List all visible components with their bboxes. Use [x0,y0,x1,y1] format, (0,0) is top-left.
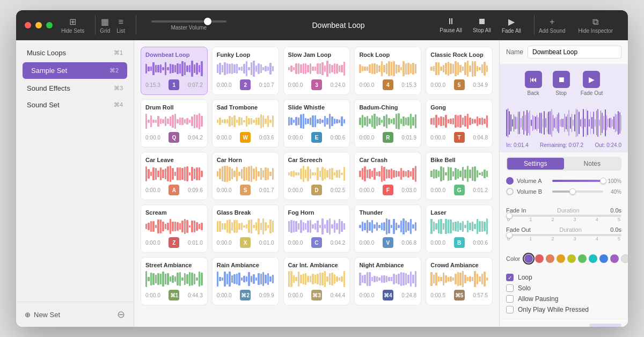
solo-label: Solo [518,284,531,292]
waveform-times: In: 0:01.4 Remaining: 0:07.2 Out: 0:24.0 [500,141,628,152]
sound-card[interactable]: Drum Roll 0:00.0 Q 0:04.2 [141,99,208,148]
sound-card[interactable]: Scream 0:00.0 Z 0:01.0 [141,204,208,253]
sound-grid: Downbeat Loop 0:15.3 1 0:07.2 Funky Loop… [134,40,499,327]
add-sound-button[interactable]: + Add Sound [539,17,566,34]
volume-a-radio[interactable] [506,177,514,185]
hide-sets-icon: ⊞ [69,17,76,27]
volume-b-radio[interactable] [506,188,514,195]
hide-inspector-button[interactable]: ⧉ Hide Inspector [579,17,613,34]
color-dot[interactable] [567,254,576,263]
allow-pausing-row: Allow Pausing [506,295,621,303]
card-waveform [430,60,488,77]
card-key: A [169,185,179,195]
pause-all-button[interactable]: ⏸ Pause All [440,17,462,34]
color-dot[interactable] [578,254,587,263]
card-time: 0:00.0 [145,135,160,141]
sidebar-item-sound-effects[interactable]: Sound Effects ⌘3 [18,80,131,97]
sidebar-item-sound-set[interactable]: Sound Set ⌘4 [18,97,131,113]
color-dot[interactable] [535,254,544,263]
sidebar-item-sample-set[interactable]: Sample Set ⌘2 [23,62,127,79]
card-title: Drum Roll [145,104,203,111]
volume-b-label: Volume B [517,188,549,195]
sound-card[interactable]: Street Ambiance 0:00.0 ⌘1 0:44.3 [141,257,208,305]
only-play-checkbox[interactable] [506,306,514,313]
allow-pausing-checkbox[interactable] [506,295,514,303]
card-waveform [217,113,274,130]
back-button[interactable]: ⏮ Back [525,71,542,96]
sound-card[interactable]: Rain Ambiance 0:00.0 ⌘2 0:09.9 [212,257,279,305]
close-button[interactable] [25,22,31,28]
remove-set-icon[interactable]: ⊖ [117,309,125,320]
card-footer: 0:00.0 T 0:04.8 [430,132,488,143]
sound-card[interactable]: Laser 0:00.0 B 0:00.6 [426,204,493,253]
sound-card[interactable]: Funky Loop 0:00.0 2 0:10.7 [212,47,279,95]
notes-tab[interactable]: Notes [564,158,621,170]
sound-card[interactable]: Classic Rock Loop 0:00.0 5 0:34.9 [426,47,493,95]
list-button[interactable]: ≡ List [116,17,125,34]
loop-checkbox[interactable]: ✓ [506,274,514,281]
color-dot[interactable] [621,254,628,263]
card-duration: 0:44.3 [188,292,203,298]
sound-card[interactable]: Car Crash 0:00.0 F 0:03.0 [354,152,421,200]
sound-card[interactable]: Fog Horn 0:00.0 C 0:04.2 [283,204,350,253]
card-title: Badum-Ching [359,104,416,111]
replace-button[interactable]: Replace [589,324,621,327]
grid-button[interactable]: ▦ Grid [100,17,110,34]
sound-card[interactable]: Car Leave 0:00.0 A 0:09.6 [141,152,208,200]
sound-card[interactable]: Car Horn 0:00.0 S 0:01.7 [212,152,279,200]
card-key: B [454,237,465,248]
master-volume-slider[interactable] [151,20,226,23]
card-title: Night Ambiance [359,262,416,268]
back-icon: ⏮ [525,71,542,88]
volume-a-slider[interactable] [552,180,603,182]
card-footer: 0:00.0 R 0:01.9 [359,132,416,143]
sound-card[interactable]: Sad Trombone 0:00.0 W 0:03.6 [212,99,279,148]
color-dot[interactable] [610,254,619,263]
stop-all-button[interactable]: ⏹ Stop All [473,17,491,34]
sound-card[interactable]: Night Ambiance 0:00.0 ⌘4 0:24.8 [354,257,421,305]
sidebar-item-music-loops[interactable]: Music Loops ⌘1 [18,45,131,61]
sound-card[interactable]: Badum-Ching 0:00.0 R 0:01.9 [354,99,421,148]
pause-icon: ⏸ [447,17,455,26]
card-duration: 0:02.5 [331,187,346,193]
solo-checkbox[interactable] [506,284,514,292]
zoom-button[interactable] [46,22,53,28]
inspector-name-row: Name [500,40,628,64]
fade-out-slider[interactable] [506,234,621,236]
volume-b-slider[interactable] [552,191,603,193]
sound-card[interactable]: Glass Break 0:00.0 X 0:01.0 [212,204,279,253]
card-time: 0:00.0 [217,292,232,298]
sound-card[interactable]: Rock Loop 0:00.0 4 0:15.3 [354,47,421,95]
sound-card[interactable]: Slow Jam Loop 0:00.0 3 0:24.0 [283,47,350,95]
sound-card[interactable]: Bike Bell 0:00.0 G 0:01.2 [426,152,493,200]
sound-card[interactable]: Thunder 0:00.0 V 0:06.8 [354,204,421,253]
app-window: ⊞ Hide Sets ▦ Grid ≡ List Master Volume … [16,10,628,327]
minimize-button[interactable] [35,22,42,28]
name-input[interactable] [528,46,621,58]
settings-tab[interactable]: Settings [507,158,564,170]
sound-card[interactable]: Car Int. Ambiance 0:00.0 ⌘3 0:44.4 [283,257,350,305]
sound-card[interactable]: Crowd Ambiance 0:00.5 ⌘5 0:57.5 [426,257,493,305]
master-volume-thumb[interactable] [204,18,211,25]
color-dot[interactable] [589,254,597,263]
inspector-transport: ⏮ Back ⏹ Stop ▶ Fade Out [500,64,628,102]
sound-card[interactable]: Downbeat Loop 0:15.3 1 0:07.2 [141,47,208,95]
card-time: 0:00.0 [430,240,445,246]
new-set-button[interactable]: ⊕ New Set [25,311,60,319]
sound-card[interactable]: Slide Whistle 0:00.0 E 0:00.6 [283,99,350,148]
color-dot[interactable] [546,254,554,263]
hide-sets-button[interactable]: ⊞ Hide Sets [61,17,84,34]
color-dot[interactable] [599,254,608,263]
card-time: 0:00.0 [217,187,232,193]
fade-all-button[interactable]: ▶ Fade All [502,17,521,34]
sound-card[interactable]: Gong 0:00.0 T 0:04.8 [426,99,493,148]
volume-a-row: Volume A 100% [506,177,621,185]
fade-in-slider[interactable] [506,215,621,217]
add-icon: + [550,17,554,27]
fade-out-button[interactable]: ▶ Fade Out [581,71,603,96]
stop-button[interactable]: ⏹ Stop [553,71,570,96]
color-dot[interactable] [557,254,565,263]
sound-card[interactable]: Car Screech 0:00.0 D 0:02.5 [283,152,350,200]
color-dot[interactable] [524,254,533,263]
card-time: 0:00.0 [359,187,374,193]
